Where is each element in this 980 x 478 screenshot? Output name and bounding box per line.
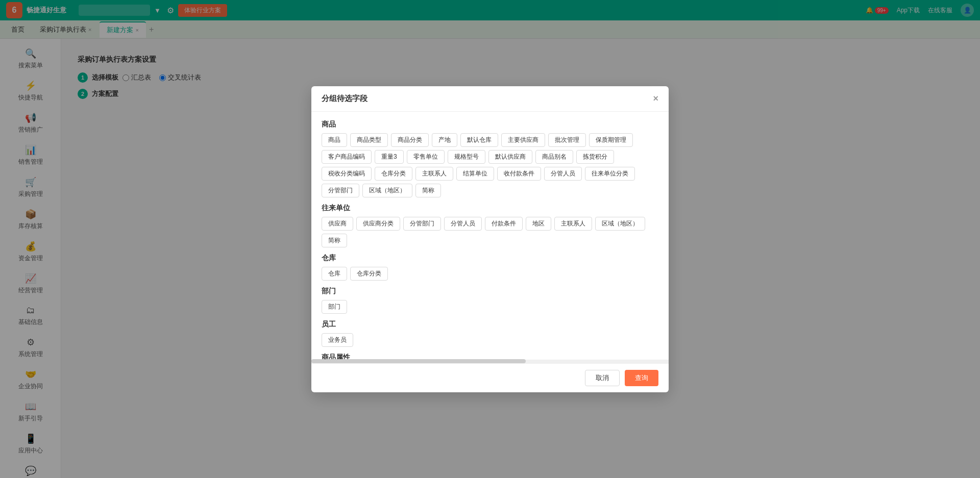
modal-header: 分组待选字段 × xyxy=(311,86,669,112)
tag-pick-points[interactable]: 拣货积分 xyxy=(576,150,614,164)
tag-goods-type[interactable]: 商品类型 xyxy=(350,133,388,147)
section-employee-title: 员工 xyxy=(322,320,658,329)
tag-warehouse-cat[interactable]: 仓库分类 xyxy=(350,267,388,281)
tag-goods-category[interactable]: 商品分类 xyxy=(391,133,429,147)
tag-customer-code[interactable]: 客户商品编码 xyxy=(322,150,372,164)
tag-supplier[interactable]: 供应商 xyxy=(322,217,353,231)
cancel-btn[interactable]: 取消 xyxy=(585,370,620,386)
modal-overlay: 分组待选字段 × 商品 商品 商品类型 商品分类 产地 默认仓库 主要供应商 批… xyxy=(0,0,980,478)
section-goods-title: 商品 xyxy=(322,120,658,129)
modal-title: 分组待选字段 xyxy=(322,94,368,104)
tag-retail-unit[interactable]: 零售单位 xyxy=(407,150,445,164)
modal-hscroll[interactable] xyxy=(311,360,669,363)
section-partner-title: 往来单位 xyxy=(322,204,658,213)
tag-payment-terms[interactable]: 收付款条件 xyxy=(497,167,541,181)
tag-tax-code[interactable]: 税收分类编码 xyxy=(322,167,372,181)
confirm-btn[interactable]: 查询 xyxy=(625,370,658,386)
section-attr-title: 商品属性 xyxy=(322,353,658,360)
tag-shelf-life[interactable]: 保质期管理 xyxy=(589,133,633,147)
modal-body[interactable]: 商品 商品 商品类型 商品分类 产地 默认仓库 主要供应商 批次管理 保质期管理… xyxy=(311,112,669,360)
tag-department[interactable]: 部门 xyxy=(322,300,347,314)
tag-salesperson[interactable]: 业务员 xyxy=(322,333,353,347)
hscroll-thumb xyxy=(311,359,526,363)
tag-partner-category[interactable]: 往来单位分类 xyxy=(585,167,635,181)
tag-batch[interactable]: 批次管理 xyxy=(548,133,586,147)
section-partner-tags: 供应商 供应商分类 分管部门 分管人员 付款条件 地区 主联系人 区域（地区） … xyxy=(322,217,658,247)
modal-close-btn[interactable]: × xyxy=(653,93,658,104)
tag-partner-supervisor[interactable]: 分管人员 xyxy=(444,217,482,231)
tag-region[interactable]: 区域（地区） xyxy=(362,184,412,197)
tag-payment-cond[interactable]: 付款条件 xyxy=(485,217,523,231)
section-goods-tags: 商品 商品类型 商品分类 产地 默认仓库 主要供应商 批次管理 保质期管理 客户… xyxy=(322,133,658,197)
tag-short-name[interactable]: 简称 xyxy=(415,184,441,197)
modal-dialog: 分组待选字段 × 商品 商品 商品类型 商品分类 产地 默认仓库 主要供应商 批… xyxy=(311,86,669,392)
tag-warehouse-category[interactable]: 仓库分类 xyxy=(375,167,412,181)
section-warehouse-title: 仓库 xyxy=(322,254,658,263)
tag-warehouse[interactable]: 仓库 xyxy=(322,267,347,281)
tag-settlement-unit[interactable]: 结算单位 xyxy=(456,167,494,181)
tag-partner-region[interactable]: 区域（地区） xyxy=(595,217,645,231)
tag-partner-dept[interactable]: 分管部门 xyxy=(403,217,441,231)
tag-goods-alias[interactable]: 商品别名 xyxy=(535,150,573,164)
modal-footer: 取消 查询 xyxy=(311,363,669,392)
tag-weight[interactable]: 重量3 xyxy=(375,150,404,164)
section-dept-tags: 部门 xyxy=(322,300,658,314)
section-warehouse-tags: 仓库 仓库分类 xyxy=(322,267,658,281)
tag-area[interactable]: 地区 xyxy=(526,217,551,231)
tag-default-warehouse[interactable]: 默认仓库 xyxy=(460,133,498,147)
tag-supplier-category[interactable]: 供应商分类 xyxy=(356,217,400,231)
tag-partner-contact[interactable]: 主联系人 xyxy=(554,217,592,231)
section-dept-title: 部门 xyxy=(322,287,658,296)
section-employee-tags: 业务员 xyxy=(322,333,658,347)
tag-partner-short[interactable]: 简称 xyxy=(322,234,347,247)
tag-goods[interactable]: 商品 xyxy=(322,133,347,147)
tag-main-contact[interactable]: 主联系人 xyxy=(415,167,453,181)
tag-supervisor[interactable]: 分管人员 xyxy=(544,167,582,181)
tag-main-supplier[interactable]: 主要供应商 xyxy=(501,133,545,147)
tag-default-supplier[interactable]: 默认供应商 xyxy=(488,150,532,164)
tag-spec-model[interactable]: 规格型号 xyxy=(448,150,485,164)
tag-dept[interactable]: 分管部门 xyxy=(322,184,359,197)
tag-origin[interactable]: 产地 xyxy=(432,133,457,147)
